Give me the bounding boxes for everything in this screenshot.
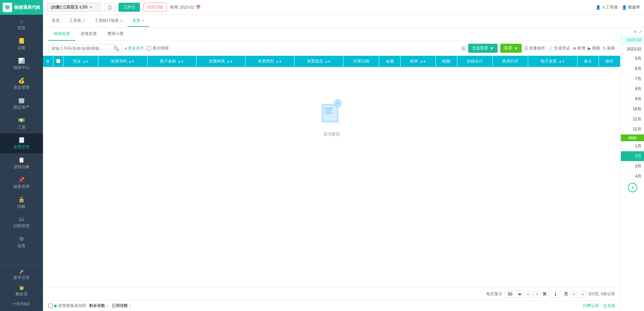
- sidebar-item-funds[interactable]: 💰 资金管理: [0, 74, 43, 94]
- search-icon[interactable]: 🔍: [113, 46, 119, 51]
- next-page-button[interactable]: >: [570, 291, 577, 298]
- sidebar-item-archive[interactable]: 🗂 归档管理: [0, 213, 43, 232]
- generate-icon: 📄: [548, 46, 553, 51]
- col-action: 操作: [599, 56, 620, 67]
- sidebar-item-salary[interactable]: 💵 工资: [0, 114, 43, 133]
- col-settings[interactable]: ⚙: [43, 56, 53, 67]
- page-input[interactable]: [549, 291, 562, 298]
- tab-salary-stats[interactable]: 工资统计报表 ✕: [90, 15, 128, 27]
- sidebar-item-label: 税务管理: [13, 184, 30, 190]
- invoice-button[interactable]: 取票 ▼: [500, 44, 522, 53]
- date-item-2023-4[interactable]: 4月: [621, 171, 644, 182]
- sub-tab-purchase-invoice[interactable]: 进项发票: [75, 28, 102, 41]
- reports-icon: 📊: [18, 57, 25, 64]
- sub-tab-expense-receipt[interactable]: 费用小票: [102, 28, 129, 41]
- invoice-check-checkbox[interactable]: [48, 304, 53, 308]
- date-item-2023-3[interactable]: 3月: [621, 161, 644, 171]
- tab-label: 发票: [132, 18, 140, 24]
- search-input[interactable]: [51, 46, 112, 51]
- batch-button[interactable]: ☰ 批量操作: [524, 45, 545, 51]
- used-label: 已用张数：: [112, 303, 132, 309]
- show-detail-input[interactable]: [147, 46, 151, 50]
- page-size-select[interactable]: 50 20 100: [504, 290, 523, 298]
- sidebar-item-settings[interactable]: ⚙ 设置: [0, 232, 43, 252]
- no-invoice-button[interactable]: 无血取票 ▼: [468, 44, 498, 53]
- date-item-8[interactable]: 8月: [621, 84, 644, 94]
- sidebar-item-label: 报表中心: [13, 65, 30, 71]
- sidebar-item-member[interactable]: 👑 畅会员: [1, 283, 42, 299]
- user-avatar-icon: 👤: [622, 5, 627, 10]
- year-2023: 2023: [621, 134, 644, 141]
- new-button[interactable]: ⊕ 新增: [573, 45, 585, 51]
- sort-icon: ▲▼: [325, 60, 331, 63]
- date-item-12[interactable]: 12月: [621, 124, 644, 134]
- sidebar-item-ledger[interactable]: 📒 总账: [0, 34, 43, 54]
- date-item-5[interactable]: 5月: [621, 54, 644, 64]
- date-item-2023-1[interactable]: 1月: [621, 141, 644, 151]
- switch-version-button[interactable]: 切到旧版: [143, 3, 167, 12]
- tab-home[interactable]: 首页: [47, 15, 64, 27]
- sub-tab-sales-invoice[interactable]: 销项发票: [48, 28, 75, 41]
- sidebar-item-label: 工资: [17, 124, 26, 130]
- date-item-7[interactable]: 7月: [621, 74, 644, 84]
- first-page-button[interactable]: «: [525, 291, 532, 298]
- grid-icon[interactable]: ⊞: [461, 45, 465, 51]
- period-icon: 📅: [196, 5, 201, 10]
- date-item-9[interactable]: 9月: [621, 94, 644, 104]
- video-button[interactable]: ▶ 视频: [588, 45, 600, 51]
- tab-close-icon[interactable]: ✕: [142, 19, 144, 23]
- sidebar-item-home[interactable]: ⌂ 首页: [0, 15, 43, 34]
- workbench-button[interactable]: 工作台: [119, 3, 140, 12]
- date-panel-toggle[interactable]: ▾: [628, 183, 637, 192]
- date-item-2023-02-2[interactable]: 2023.02: [621, 45, 644, 54]
- topbar-right: 👤 人工客服 👤 徐溢华: [596, 4, 640, 10]
- service-label: 人工客服: [602, 4, 618, 10]
- company-selector[interactable]: (勿删) 江西股宝-LSS ▼: [47, 3, 101, 12]
- sidebar-item-guide[interactable]: 🚀 新手引导: [1, 267, 42, 283]
- last-page-button[interactable]: »: [579, 291, 586, 298]
- sidebar-item-close[interactable]: 🔒 结账: [0, 193, 43, 213]
- tab-invoice[interactable]: 发票 ✕: [128, 15, 149, 27]
- col-checkbox[interactable]: [53, 56, 63, 67]
- user-menu[interactable]: 👤 徐溢华: [622, 4, 640, 10]
- date-item-11[interactable]: 11月: [621, 114, 644, 124]
- sidebar-collapse[interactable]: <<取消固定: [1, 300, 42, 308]
- tab-salary-table[interactable]: 工资表 ✕: [64, 15, 90, 27]
- sort-icon: ▲▼: [227, 60, 233, 63]
- tab-close-icon[interactable]: ✕: [120, 19, 123, 23]
- sidebar-item-assets[interactable]: 🏢 固定资产: [0, 94, 43, 114]
- date-panel-close-button[interactable]: ✕: [633, 29, 637, 34]
- svg-rect-5: [325, 113, 332, 114]
- filter-button[interactable]: ▾ 更多条件: [125, 45, 144, 51]
- sidebar-item-invoice[interactable]: 🧾 发票管理: [0, 133, 43, 153]
- sidebar-item-tax[interactable]: 📌 税务管理: [0, 173, 43, 193]
- fee-record-link[interactable]: 扣费记录: [583, 303, 599, 309]
- tab-close-icon[interactable]: ✕: [83, 19, 85, 23]
- refresh-button[interactable]: ↻ 刷新: [603, 45, 615, 51]
- recharge-link[interactable]: 去充值: [603, 303, 615, 309]
- sidebar-logo[interactable]: 畅 畅捷通易代账: [0, 0, 43, 15]
- date-panel-expand-button[interactable]: ⤢: [639, 29, 643, 34]
- prev-page-button[interactable]: <: [534, 291, 541, 298]
- sidebar-item-label: 首页: [17, 25, 26, 31]
- sidebar-item-reports[interactable]: 📊 报表中心: [0, 54, 43, 74]
- guide-icon: 🚀: [19, 269, 24, 274]
- table-container: ⚙ 凭证 ▲▼ 发票号码 ▲▼ 客户名称 ▲▼ 发票种类 ▲▼ 发票类型 ▲▼ …: [43, 56, 620, 287]
- sidebar-item-sales[interactable]: 📋 进销台账: [0, 153, 43, 173]
- date-item-10[interactable]: 10月: [621, 104, 644, 114]
- new-icon: ⊕: [573, 46, 576, 51]
- date-item-2023-2[interactable]: 2月: [621, 151, 644, 161]
- logo-icon: 畅: [3, 3, 12, 12]
- show-detail-checkbox[interactable]: 显示明细: [147, 45, 169, 51]
- date-item-6[interactable]: 6月: [621, 64, 644, 74]
- generate-voucher-button[interactable]: 📄 生成凭证: [548, 45, 570, 51]
- service-button[interactable]: 👤 人工客服: [596, 4, 618, 10]
- check-label: 发票查验及拍照: [58, 303, 86, 309]
- sidebar-bottom: 🚀 新手引导 👑 畅会员 <<取消固定: [0, 264, 43, 311]
- footer-links: 扣费记录 去充值: [583, 303, 615, 309]
- batch-icon: ☰: [524, 46, 528, 51]
- main-content: (勿删) 江西股宝-LSS ▼ 📋 工作台 切到旧版 账期 2023-02 📅 …: [43, 0, 644, 311]
- copy-button[interactable]: 📋: [104, 3, 115, 11]
- select-all-checkbox[interactable]: [56, 59, 60, 63]
- date-item-2023-02-1[interactable]: 2023.02: [621, 36, 644, 45]
